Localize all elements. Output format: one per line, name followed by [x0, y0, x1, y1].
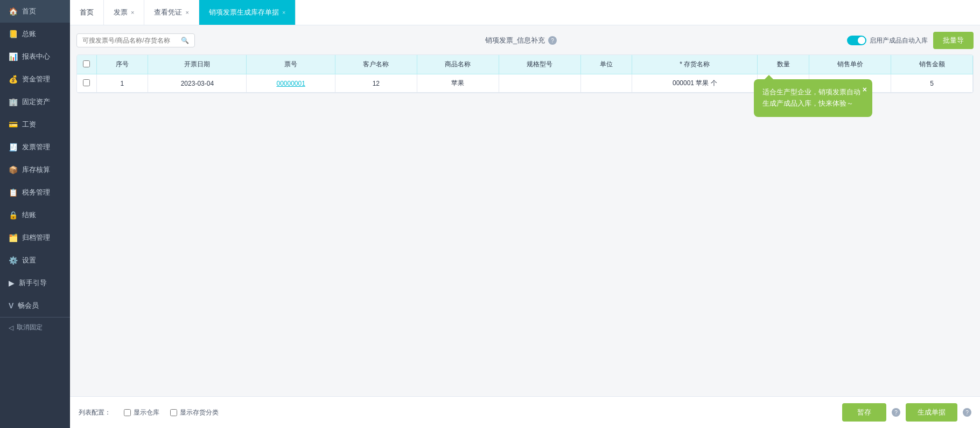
header-number: 票号	[247, 55, 335, 74]
row-date: 2023-03-04	[148, 74, 247, 93]
sidebar-label-ledger: 总账	[22, 29, 36, 39]
sidebar-item-tax[interactable]: 📋 税务管理	[0, 181, 70, 204]
sidebar-label-reports: 报表中心	[22, 52, 50, 61]
save-info-icon[interactable]: ?	[892, 408, 900, 417]
sidebar-item-closing[interactable]: 🔒 结账	[0, 204, 70, 226]
table-header-row: 序号 开票日期 票号 客户名称 商品名称 规格型号 单位 * 存货名称 数量 销…	[77, 55, 973, 74]
select-all-checkbox[interactable]	[83, 60, 90, 67]
auto-stock-toggle[interactable]	[847, 36, 866, 45]
invoices-icon: 🧾	[9, 143, 18, 151]
sidebar-label-home: 首页	[22, 6, 36, 16]
main-area: 首页 发票 × 查看凭证 × 销项发票生成库存单据 × 🔍 销项发票_信息补充	[70, 0, 980, 428]
generate-info-icon[interactable]: ?	[963, 408, 971, 417]
tooltip-bubble: × 适合生产型企业，销项发票自动生成产成品入库，快来体验～	[754, 79, 872, 117]
toggle-label: 启用产成品自动入库	[870, 36, 928, 45]
sidebar-label-tax: 税务管理	[22, 188, 50, 197]
center-label: 销项发票_信息补充	[485, 36, 545, 45]
tab-home[interactable]: 首页	[70, 0, 104, 25]
sidebar-label-closing: 结账	[22, 210, 36, 220]
config-label: 列表配置：	[79, 408, 111, 417]
tab-invoice-close[interactable]: ×	[131, 9, 134, 16]
sidebar-item-member[interactable]: V 畅会员	[0, 294, 70, 317]
tab-sales-return-close[interactable]: ×	[282, 9, 285, 16]
tab-bar: 首页 发票 × 查看凭证 × 销项发票生成库存单据 ×	[70, 0, 980, 25]
sidebar-label-funds: 资金管理	[22, 74, 50, 84]
batch-import-button[interactable]: 批量导	[933, 32, 974, 49]
show-category-text: 显示存货分类	[180, 408, 219, 417]
cancel-fixed-icon: ◁	[9, 324, 13, 332]
save-button[interactable]: 暂存	[842, 403, 886, 422]
row-checkbox-cell	[77, 74, 96, 93]
home-icon: 🏠	[9, 7, 18, 16]
sidebar-item-home[interactable]: 🏠 首页	[0, 0, 70, 23]
header-seq: 序号	[96, 55, 148, 74]
header-inventory: * 存货名称	[632, 55, 758, 74]
header-unit: 单位	[580, 55, 632, 74]
sidebar-item-reports[interactable]: 📊 报表中心	[0, 45, 70, 68]
row-checkbox[interactable]	[83, 79, 90, 86]
guide-icon: ▶	[9, 279, 15, 287]
tax-icon: 📋	[9, 188, 18, 197]
sidebar-item-wages[interactable]: 💳 工资	[0, 113, 70, 136]
info-icon[interactable]: ?	[548, 36, 557, 45]
header-product: 商品名称	[417, 55, 499, 74]
tab-voucher[interactable]: 查看凭证 ×	[144, 0, 199, 25]
show-warehouse-checkbox[interactable]	[124, 409, 131, 416]
funds-icon: 💰	[9, 75, 18, 84]
show-category-label[interactable]: 显示存货分类	[170, 408, 219, 417]
search-icon: 🔍	[181, 37, 189, 44]
sidebar-item-settings[interactable]: ⚙️ 设置	[0, 249, 70, 272]
tooltip-close-button[interactable]: ×	[863, 84, 867, 95]
bottom-bar: 列表配置： 显示仓库 显示存货分类 暂存 ? 生成单据 ?	[70, 396, 980, 428]
sidebar-item-invoices[interactable]: 🧾 发票管理	[0, 136, 70, 158]
cancel-fixed-button[interactable]: ◁ 取消固定	[0, 317, 70, 337]
tab-voucher-close[interactable]: ×	[185, 9, 188, 16]
row-seq: 1	[96, 74, 148, 93]
row-spec	[499, 74, 580, 93]
reports-icon: 📊	[9, 52, 18, 61]
toolbar: 🔍 销项发票_信息补充 ? 启用产成品自动入库 批量导	[76, 32, 974, 49]
header-spec: 规格型号	[499, 55, 580, 74]
search-input[interactable]	[82, 37, 178, 44]
row-amount: 5	[891, 74, 973, 93]
sidebar-item-inventory[interactable]: 📦 库存核算	[0, 158, 70, 181]
sidebar-item-archive[interactable]: 🗂️ 归档管理	[0, 226, 70, 249]
sidebar-label-settings: 设置	[22, 256, 36, 265]
toggle-wrap: 启用产成品自动入库	[847, 36, 928, 45]
sidebar-item-funds[interactable]: 💰 资金管理	[0, 68, 70, 91]
sidebar-item-guide[interactable]: ▶ 新手引导	[0, 272, 70, 294]
sidebar-label-member: 畅会员	[18, 301, 39, 310]
show-warehouse-label[interactable]: 显示仓库	[124, 408, 159, 417]
tooltip-text: 适合生产型企业，销项发票自动生成产成品入库，快来体验～	[762, 88, 860, 107]
row-product: 苹果	[417, 74, 499, 93]
tab-sales-return-label: 销项发票生成库存单据	[209, 8, 279, 17]
row-inventory: 000001 苹果 个	[632, 74, 758, 93]
cancel-fixed-label: 取消固定	[17, 323, 43, 332]
tab-sales-return[interactable]: 销项发票生成库存单据 ×	[199, 0, 296, 25]
ledger-icon: 📒	[9, 30, 18, 38]
toolbar-left: 🔍	[76, 33, 195, 47]
settings-icon: ⚙️	[9, 256, 18, 265]
search-box[interactable]: 🔍	[76, 33, 195, 47]
bottom-actions: 暂存 ? 生成单据 ?	[842, 403, 971, 422]
sidebar-item-ledger[interactable]: 📒 总账	[0, 23, 70, 45]
inventory-icon: 📦	[9, 165, 18, 174]
tab-invoice-label: 发票	[114, 8, 128, 17]
tab-home-label: 首页	[80, 8, 94, 17]
member-icon: V	[9, 301, 13, 310]
generate-button[interactable]: 生成单据	[906, 403, 957, 422]
tab-invoice[interactable]: 发票 ×	[104, 0, 144, 25]
header-price: 销售单价	[809, 55, 891, 74]
header-customer: 客户名称	[335, 55, 417, 74]
closing-icon: 🔒	[9, 211, 18, 219]
sidebar-label-inventory: 库存核算	[22, 165, 50, 175]
show-category-checkbox[interactable]	[170, 409, 177, 416]
header-amount: 销售金额	[891, 55, 973, 74]
sidebar-label-invoices: 发票管理	[22, 142, 50, 152]
header-qty: 数量	[758, 55, 809, 74]
sidebar-item-assets[interactable]: 🏢 固定资产	[0, 91, 70, 113]
show-warehouse-text: 显示仓库	[134, 408, 159, 417]
row-number[interactable]: 00000001	[247, 74, 335, 93]
row-customer: 12	[335, 74, 417, 93]
wages-icon: 💳	[9, 120, 18, 129]
